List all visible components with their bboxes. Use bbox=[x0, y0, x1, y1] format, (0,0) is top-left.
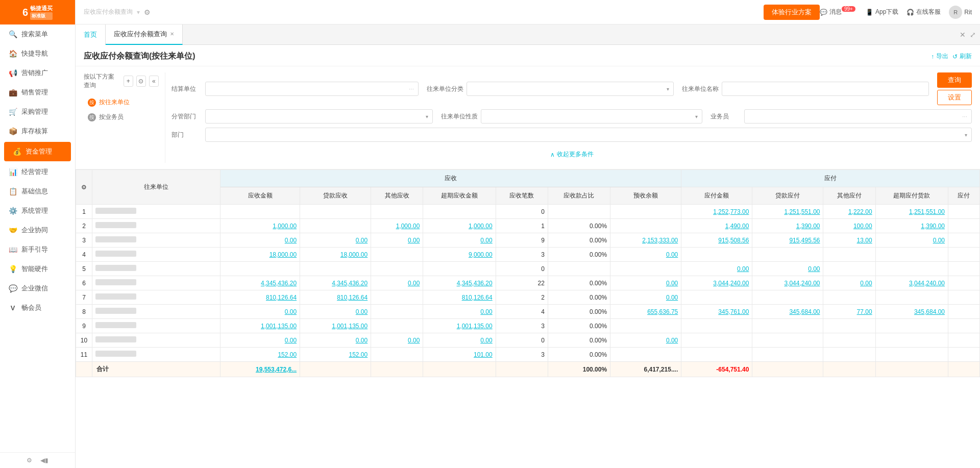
tab-arbalance[interactable]: 应收应付余额查询 ✕ bbox=[106, 24, 183, 45]
filter-input-name[interactable] bbox=[722, 82, 929, 96]
cell-应收款占比: 0.00% bbox=[548, 305, 610, 319]
collapse-label: 收起更多条件 bbox=[557, 150, 594, 159]
cell-应收金额: 1,001,135.00 bbox=[220, 319, 300, 333]
sidebar-item-guide[interactable]: 📖 新手引导 bbox=[0, 240, 75, 259]
filter-input-dept2[interactable]: ▾ bbox=[205, 128, 972, 142]
sidebar-item-label: 系统管理 bbox=[21, 206, 48, 215]
cell-预收余额: 2,153,333.00 bbox=[610, 233, 681, 248]
sidebar-item-hardware[interactable]: 💡 智能硬件 bbox=[0, 259, 75, 279]
top-right-actions: 💬 消息 99+ 📱 App下载 🎧 在线客服 R Rit bbox=[820, 6, 972, 19]
footer-yingshou-amount: 19,553,472,6... bbox=[220, 362, 300, 377]
cell-应收款占比: 0.00% bbox=[548, 348, 610, 362]
sidebar-item-marketing[interactable]: 📢 营销推广 bbox=[0, 63, 75, 83]
add-filter-btn[interactable]: + bbox=[124, 76, 133, 87]
app-version: 标准版 bbox=[30, 12, 53, 20]
filter-input-company[interactable]: ··· bbox=[205, 82, 419, 96]
sidebar-item-purchase[interactable]: 🛒 采购管理 bbox=[0, 102, 75, 121]
online-service-btn[interactable]: 🎧 在线客服 bbox=[906, 8, 941, 16]
sidebar-item-management[interactable]: 📊 经营管理 bbox=[0, 162, 75, 182]
cell-贷款应收: 152.00 bbox=[300, 348, 371, 362]
settings-bottom-icon[interactable]: ⚙ bbox=[27, 457, 32, 464]
finance-icon: 💰 bbox=[12, 147, 21, 156]
sidebar-bottom: ⚙ ◀▮ bbox=[0, 452, 75, 468]
cell-应收款占比: 0.00% bbox=[548, 319, 610, 333]
tab-close-all-btn[interactable]: ✕ bbox=[960, 31, 966, 39]
management-icon: 📊 bbox=[8, 168, 17, 176]
footer-yingfu: -654,751.40 bbox=[681, 362, 752, 377]
filter-item-name: 往来单位名称 bbox=[682, 82, 929, 96]
sidebar-item-finance[interactable]: 💰 资金管理 bbox=[4, 142, 71, 161]
filter-input-category[interactable]: ▾ bbox=[467, 82, 674, 96]
filter-input-nature[interactable]: ▾ bbox=[481, 109, 702, 124]
footer-count bbox=[496, 362, 548, 377]
refresh-btn[interactable]: ↺ 刷新 bbox=[952, 52, 972, 61]
tab-close-icon[interactable]: ✕ bbox=[170, 31, 174, 37]
cell-company-name bbox=[92, 333, 220, 348]
cell-贷款应收: 1,001,135.00 bbox=[300, 319, 371, 333]
cell-row-num: 4 bbox=[76, 248, 92, 262]
cell-company-name bbox=[92, 219, 220, 233]
cell-其他应付: 1,222.00 bbox=[823, 205, 875, 219]
user-avatar[interactable]: R Rit bbox=[949, 6, 972, 19]
sidebar-item-inventory[interactable]: 📦 库存核算 bbox=[0, 121, 75, 141]
query-btn[interactable]: 查询 bbox=[937, 72, 972, 88]
filter-row-2: 分管部门 ▾ 往来单位性质 ▾ bbox=[172, 109, 972, 124]
target-filter-btn[interactable]: ⊙ bbox=[136, 76, 146, 87]
cell-贷款应收: 0.00 bbox=[300, 333, 371, 348]
collapse-btn[interactable]: ∧ 收起更多条件 bbox=[550, 148, 594, 161]
cell-其他应收 bbox=[371, 319, 423, 333]
sidebar-item-quicknav[interactable]: 🏠 快捷导航 bbox=[0, 44, 75, 63]
th-settings[interactable]: ⚙ bbox=[76, 170, 92, 205]
scheme-company-label: 按往来单位 bbox=[99, 98, 130, 107]
app-download-btn[interactable]: 📱 App下载 bbox=[866, 8, 898, 16]
sidebar-item-collab[interactable]: 🤝 企业协同 bbox=[0, 220, 75, 240]
collapse-filter-btn[interactable]: « bbox=[149, 76, 159, 87]
breadcrumb: 应收应付余额查询 bbox=[84, 8, 133, 16]
cell-其他应付: 77.00 bbox=[823, 305, 875, 319]
filter-input-dept[interactable]: ▾ bbox=[205, 109, 433, 124]
footer-other-yingfu bbox=[823, 362, 875, 377]
sidebar-item-sales[interactable]: 💼 销售管理 bbox=[0, 83, 75, 102]
trial-btn[interactable]: 体验行业方案 bbox=[764, 5, 820, 20]
tab-home[interactable]: 首页 bbox=[76, 24, 106, 45]
cell-extra bbox=[948, 276, 979, 290]
cell-row-num: 3 bbox=[76, 233, 92, 248]
messages-btn[interactable]: 💬 消息 99+ bbox=[820, 8, 857, 16]
sidebar-item-search[interactable]: 🔍 搜索菜单 bbox=[0, 24, 75, 44]
filter-label-salesman: 业务员 bbox=[710, 112, 741, 121]
cell-超期应收金额 bbox=[423, 205, 496, 219]
filter-input-salesman[interactable]: ··· bbox=[744, 109, 972, 124]
cell-应收笔数: 0 bbox=[496, 205, 548, 219]
cell-超期应付货款 bbox=[875, 262, 948, 276]
sidebar-item-system[interactable]: ⚙️ 系统管理 bbox=[0, 201, 75, 220]
cell-贷款应付 bbox=[752, 333, 823, 348]
cell-应付金额: 1,252,773.00 bbox=[681, 205, 752, 219]
cell-预收余额: 0.00 bbox=[610, 276, 681, 290]
collapse-up-icon: ∧ bbox=[550, 151, 555, 158]
footer-ratio: 100.00% bbox=[548, 362, 610, 377]
scheme-item-company[interactable]: 按 按往来单位 bbox=[84, 95, 159, 110]
cell-应收款占比: 0.00% bbox=[548, 290, 610, 305]
sidebar-item-basic[interactable]: 📋 基础信息 bbox=[0, 182, 75, 201]
cell-应付金额 bbox=[681, 333, 752, 348]
cell-应付金额 bbox=[681, 248, 752, 262]
settings-icon[interactable]: ⚙ bbox=[144, 8, 151, 16]
sidebar-item-vip[interactable]: V 畅会员 bbox=[0, 298, 75, 317]
cell-应收款占比 bbox=[548, 262, 610, 276]
cell-其他应收 bbox=[371, 305, 423, 319]
cell-其他应收 bbox=[371, 290, 423, 305]
sidebar-item-weixin[interactable]: 💬 企业微信 bbox=[0, 279, 75, 298]
cell-超期应付货款: 345,684.00 bbox=[875, 305, 948, 319]
sidebar-item-label: 销售管理 bbox=[21, 88, 48, 97]
scheme-item-salesman[interactable]: 按 按业务员 bbox=[84, 110, 159, 125]
filter-label-dept: 分管部门 bbox=[172, 112, 202, 121]
cell-extra bbox=[948, 305, 979, 319]
export-btn[interactable]: ↑ 导出 bbox=[931, 52, 948, 61]
th-group-receivable: 应收 bbox=[220, 170, 681, 187]
set-btn[interactable]: 设置 bbox=[937, 90, 972, 105]
tab-expand-btn[interactable]: ⤢ bbox=[970, 31, 976, 39]
cell-超期应收金额: 1,001,135.00 bbox=[423, 319, 496, 333]
cell-超期应收金额: 0.00 bbox=[423, 305, 496, 319]
collapse-icon[interactable]: ◀▮ bbox=[40, 457, 48, 464]
cell-超期应收金额: 0.00 bbox=[423, 333, 496, 348]
